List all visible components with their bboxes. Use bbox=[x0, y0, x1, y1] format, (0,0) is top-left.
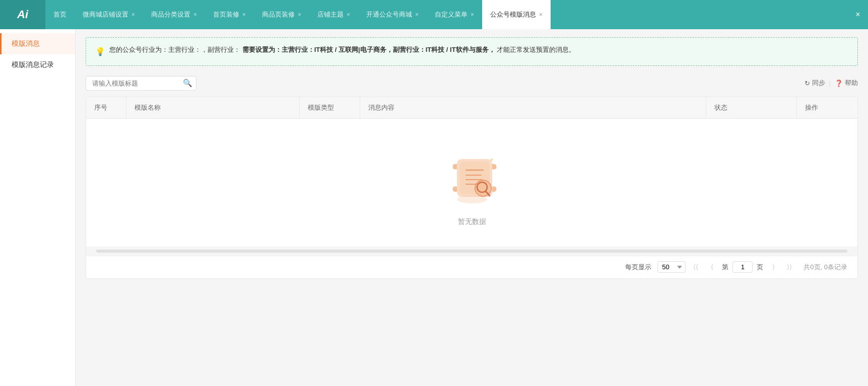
nav-tab-label-0: 首页 bbox=[53, 10, 66, 19]
search-input-wrap: 🔍 bbox=[86, 76, 196, 91]
nav-tab-close-3[interactable]: × bbox=[242, 11, 246, 18]
per-page-label: 每页显示 bbox=[625, 263, 651, 272]
nav-tab-1[interactable]: 微商城店铺设置× bbox=[75, 0, 143, 29]
nav-tab-6[interactable]: 开通公众号商城× bbox=[358, 0, 427, 29]
notice-box: 💡 您的公众号行业为：主营行业：，副营行业： 需要设置为：主营行业：IT科技 /… bbox=[86, 37, 858, 66]
nav-tab-close-4[interactable]: × bbox=[298, 11, 301, 18]
nav-tab-label-5: 店铺主题 bbox=[317, 10, 344, 19]
sync-icon: ↻ bbox=[805, 80, 810, 87]
notice-text-before: 您的公众号行业为：主营行业：，副营行业： bbox=[109, 46, 240, 53]
nav-tab-0[interactable]: 首页 bbox=[45, 0, 75, 29]
data-table: 序号模版名称模版类型消息内容状态操作 bbox=[86, 97, 858, 279]
page-last-btn[interactable]: ⟩⟩ bbox=[783, 261, 795, 273]
main-layout: 模版消息模版消息记录 💡 您的公众号行业为：主营行业：，副营行业： 需要设置为：… bbox=[0, 29, 868, 386]
nav-tab-close-1[interactable]: × bbox=[131, 11, 135, 18]
search-icon[interactable]: 🔍 bbox=[183, 79, 192, 88]
scroll-bar[interactable] bbox=[96, 250, 847, 253]
nav-tab-label-7: 自定义菜单 bbox=[435, 10, 468, 19]
page-suffix: 页 bbox=[757, 263, 763, 272]
per-page-select[interactable]: 102050100 bbox=[657, 261, 686, 273]
help-button[interactable]: ❓ 帮助 bbox=[835, 79, 858, 88]
page-label: 第 bbox=[722, 263, 728, 272]
nav-tab-8[interactable]: 公众号模版消息× bbox=[482, 0, 551, 29]
nav-tab-close-2[interactable]: × bbox=[193, 11, 197, 18]
notice-icon: 💡 bbox=[95, 45, 105, 58]
search-bar: 🔍 ↻ 同步 | ❓ 帮助 bbox=[86, 76, 858, 91]
empty-illustration: ✦ ✦ bbox=[442, 149, 502, 209]
top-nav: Ai 首页微商城店铺设置×商品分类设置×首页装修×商品页装修×店铺主题×开通公众… bbox=[0, 0, 868, 29]
page-prev-btn[interactable]: ⟨ bbox=[706, 261, 718, 273]
nav-tab-2[interactable]: 商品分类设置× bbox=[143, 0, 205, 29]
total-info: 共0页, 0条记录 bbox=[804, 263, 847, 272]
nav-tab-label-2: 商品分类设置 bbox=[151, 10, 190, 19]
sidebar-item-1[interactable]: 模版消息记录 bbox=[0, 54, 75, 75]
nav-tab-close-7[interactable]: × bbox=[471, 11, 474, 18]
sidebar: 模版消息模版消息记录 bbox=[0, 29, 76, 386]
scroll-track bbox=[86, 247, 857, 256]
table-header-1: 模版名称 bbox=[126, 97, 300, 118]
pagination: 每页显示 102050100 ⟨⟨ ⟨ 第 页 ⟩ ⟩⟩ 共0页, 0条记录 bbox=[86, 256, 857, 278]
nav-tab-3[interactable]: 首页装修× bbox=[205, 0, 254, 29]
nav-tab-close-8[interactable]: × bbox=[539, 11, 543, 18]
svg-text:✦: ✦ bbox=[495, 166, 498, 170]
table-header: 序号模版名称模版类型消息内容状态操作 bbox=[86, 97, 857, 119]
notice-highlight: 需要设置为：主营行业：IT科技 / 互联网|电子商务，副营行业：IT科技 / I… bbox=[242, 46, 495, 53]
page-first-btn[interactable]: ⟨⟨ bbox=[690, 261, 702, 273]
divider: | bbox=[829, 80, 831, 87]
empty-state: ✦ ✦ 暂无数据 bbox=[86, 119, 857, 247]
nav-tab-label-3: 首页装修 bbox=[213, 10, 239, 19]
sync-button[interactable]: ↻ 同步 bbox=[805, 79, 825, 88]
nav-tab-label-8: 公众号模版消息 bbox=[490, 10, 536, 19]
nav-tab-label-4: 商品页装修 bbox=[262, 10, 295, 19]
page-next-btn[interactable]: ⟩ bbox=[767, 261, 779, 273]
help-label: 帮助 bbox=[845, 79, 858, 88]
notice-text-after: 才能正常发送预置的消息。 bbox=[497, 46, 575, 53]
nav-tabs-wrapper: 首页微商城店铺设置×商品分类设置×首页装修×商品页装修×店铺主题×开通公众号商城… bbox=[45, 0, 848, 29]
close-all-button[interactable]: × bbox=[848, 0, 868, 29]
sidebar-item-0[interactable]: 模版消息 bbox=[0, 33, 75, 54]
nav-tab-label-1: 微商城店铺设置 bbox=[83, 10, 128, 19]
nav-tab-close-5[interactable]: × bbox=[347, 11, 350, 18]
nav-tab-7[interactable]: 自定义菜单× bbox=[427, 0, 482, 29]
sync-label: 同步 bbox=[812, 79, 825, 88]
svg-text:✦: ✦ bbox=[490, 157, 494, 163]
nav-tab-close-6[interactable]: × bbox=[415, 11, 419, 18]
search-left: 🔍 bbox=[86, 76, 196, 91]
table-header-4: 状态 bbox=[706, 97, 797, 118]
table-header-2: 模版类型 bbox=[300, 97, 360, 118]
table-header-0: 序号 bbox=[86, 97, 126, 118]
notice-text: 您的公众号行业为：主营行业：，副营行业： 需要设置为：主营行业：IT科技 / 互… bbox=[109, 45, 575, 55]
logo: Ai bbox=[0, 0, 45, 29]
search-right: ↻ 同步 | ❓ 帮助 bbox=[805, 79, 858, 88]
help-icon: ❓ bbox=[835, 80, 843, 87]
empty-text: 暂无数据 bbox=[458, 217, 486, 226]
nav-tab-4[interactable]: 商品页装修× bbox=[254, 0, 309, 29]
content-area: 💡 您的公众号行业为：主营行业：，副营行业： 需要设置为：主营行业：IT科技 /… bbox=[76, 29, 868, 386]
nav-tab-label-6: 开通公众号商城 bbox=[366, 10, 412, 19]
table-header-5: 操作 bbox=[797, 97, 857, 118]
search-input[interactable] bbox=[86, 76, 196, 91]
nav-tab-5[interactable]: 店铺主题× bbox=[309, 0, 358, 29]
table-header-3: 消息内容 bbox=[360, 97, 706, 118]
page-input[interactable] bbox=[732, 261, 753, 273]
